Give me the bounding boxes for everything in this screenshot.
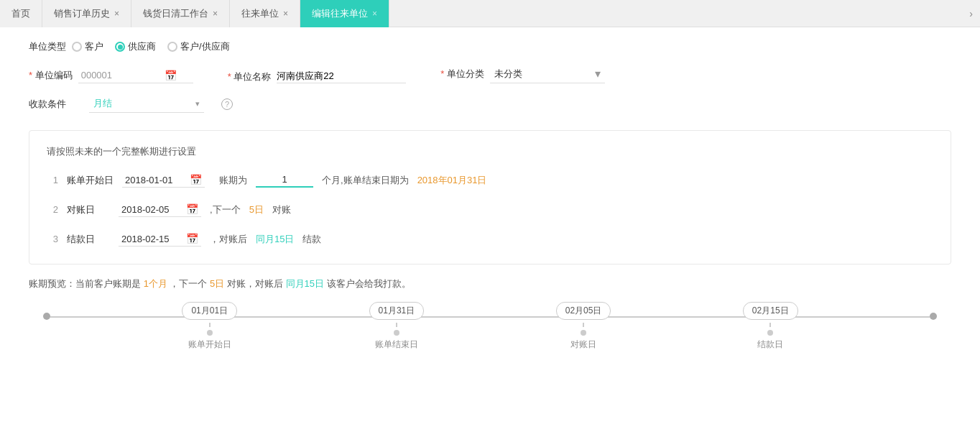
date-input-2: 📅 — [119, 202, 201, 217]
unit-type-row: 单位类型 客户 供应商 客户/供应商 — [29, 40, 951, 53]
payment-dropdown[interactable]: 月结 ▾ — [89, 95, 204, 113]
row3-desc-suffix: 结款 — [302, 233, 321, 246]
tl-desc-2: 账单结束日 — [375, 339, 418, 351]
radio-circle-supplier — [115, 42, 125, 52]
preview-row: 账期预览：当前客户账期是 1个月 ，下一个 5日 对账，对账后 同月15日 该客… — [29, 277, 951, 290]
chevron-down-icon: ▾ — [595, 67, 601, 80]
unit-code-input-wrap: 📅 — [78, 68, 193, 83]
radio-circle-both — [167, 42, 177, 52]
tl-desc-3: 对账日 — [570, 339, 596, 351]
unit-name-input-wrap — [277, 70, 406, 84]
tl-desc-4: 结款日 — [757, 339, 783, 351]
period-label: 账期为 — [219, 174, 247, 187]
radio-supplier-label: 供应商 — [128, 40, 156, 53]
tab-partner-label: 往来单位 — [241, 7, 279, 20]
payment-value: 月结 — [93, 97, 195, 110]
unit-code-input[interactable] — [78, 68, 165, 83]
settings-box: 请按照未来的一个完整帐期进行设置 1 账单开始日 📅 账期为 个月,账单结束日期… — [29, 130, 951, 264]
row2-highlight: 5日 — [249, 203, 264, 216]
unit-info-row: 单位编码 📅 单位名称 单位分类 未分类 ▾ — [29, 65, 951, 83]
settings-row-1: 1 账单开始日 📅 账期为 个月,账单结束日期为 2018年01月31日 — [47, 172, 933, 188]
row-num-3: 3 — [47, 234, 58, 244]
unit-category-field: 单位分类 未分类 ▾ — [440, 65, 605, 83]
tab-home-label: 首页 — [11, 7, 30, 20]
timeline-container: 01月01日 账单开始日 01月31日 账单结束日 — [29, 302, 951, 351]
settings-title: 请按照未来的一个完整帐期进行设置 — [47, 145, 933, 158]
settings-row-3: 3 结款日 📅 ，对账后 同月15日 结款 — [47, 231, 933, 247]
tab-edit-partner-label: 编辑往来单位 — [312, 7, 368, 20]
date-input-3: 📅 — [119, 231, 201, 247]
close-icon[interactable]: × — [372, 9, 377, 19]
payment-row: 收款条件 月结 ▾ ? — [29, 95, 951, 113]
tab-arrow-right[interactable]: › — [962, 8, 980, 19]
tab-partner[interactable]: 往来单位 × — [230, 0, 300, 27]
tab-edit-partner[interactable]: 编辑往来单位 × — [300, 0, 389, 27]
tl-label-2: 01月31日 — [369, 302, 425, 320]
close-icon[interactable]: × — [283, 9, 288, 19]
calendar-icon-1[interactable]: 📅 — [190, 174, 202, 185]
preview-middle2: 对账，对账后 — [227, 278, 283, 289]
timeline-point-4: 02月15日 结款日 — [743, 302, 798, 351]
radio-both-label: 客户/供应商 — [180, 40, 230, 53]
tab-home[interactable]: 首页 — [0, 0, 42, 27]
tab-sales-history[interactable]: 销售订单历史 × — [42, 0, 131, 27]
tab-cash-work-label: 钱货日清工作台 — [143, 7, 208, 20]
row-label-1: 账单开始日 — [67, 174, 114, 187]
date-field-1[interactable] — [125, 175, 190, 185]
calendar-icon-3[interactable]: 📅 — [186, 233, 198, 244]
settings-row-2: 2 对账日 📅 ,下一个 5日 对账 — [47, 202, 933, 217]
close-icon[interactable]: × — [213, 9, 218, 19]
row3-desc-prefix: ，对账后 — [210, 233, 247, 246]
tab-cash-work[interactable]: 钱货日清工作台 × — [131, 0, 230, 27]
tab-sales-history-label: 销售订单历史 — [54, 7, 110, 20]
radio-group: 客户 供应商 客户/供应商 — [72, 40, 230, 53]
row2-desc-prefix: ,下一个 — [210, 203, 241, 216]
date-field-2[interactable] — [121, 204, 186, 215]
page-content: 单位类型 客户 供应商 客户/供应商 单位编码 — [0, 27, 980, 437]
timeline-point-3: 02月05日 对账日 — [556, 302, 611, 351]
unit-code-field: 单位编码 📅 — [29, 68, 193, 83]
row-label-3: 结款日 — [67, 233, 110, 246]
unit-type-field: 单位类型 客户 供应商 客户/供应商 — [29, 40, 230, 53]
timeline-points: 01月01日 账单开始日 01月31日 账单结束日 — [43, 302, 937, 351]
chevron-right-icon: › — [969, 8, 973, 19]
row3-highlight: 同月15日 — [256, 233, 294, 246]
close-icon[interactable]: × — [114, 9, 119, 19]
timeline-point-1: 01月01日 账单开始日 — [182, 302, 237, 351]
tl-desc-1: 账单开始日 — [188, 339, 231, 351]
timeline-point-2: 01月31日 账单结束日 — [369, 302, 425, 351]
radio-customer[interactable]: 客户 — [72, 40, 103, 53]
row-label-2: 对账日 — [67, 203, 110, 216]
payment-label: 收款条件 — [29, 98, 72, 111]
row2-desc-suffix: 对账 — [272, 203, 291, 216]
period-unit: 个月,账单结束日期为 — [322, 174, 409, 187]
unit-category-value: 未分类 — [494, 68, 595, 80]
period-end-highlight: 2018年01月31日 — [417, 174, 487, 187]
period-input[interactable] — [256, 172, 313, 188]
unit-name-input[interactable] — [277, 70, 406, 81]
radio-circle-customer — [72, 42, 82, 52]
preview-part2: 5日 — [210, 278, 224, 289]
unit-category-dropdown[interactable]: 未分类 ▾ — [490, 65, 605, 83]
radio-supplier[interactable]: 供应商 — [115, 40, 156, 53]
tl-label-3: 02月05日 — [556, 302, 611, 320]
radio-customer-label: 客户 — [85, 40, 103, 53]
help-icon[interactable]: ? — [221, 98, 233, 110]
date-input-1: 📅 — [122, 172, 205, 188]
date-field-3[interactable] — [121, 234, 186, 244]
calendar-icon[interactable]: 📅 — [165, 70, 177, 81]
chevron-down-icon: ▾ — [195, 99, 200, 109]
radio-both[interactable]: 客户/供应商 — [167, 40, 230, 53]
preview-middle1: ，下一个 — [170, 278, 207, 289]
preview-prefix: 账期预览：当前客户账期是 — [29, 278, 141, 289]
tl-label-4: 02月15日 — [743, 302, 798, 320]
tl-label-1: 01月01日 — [182, 302, 237, 320]
tl-endpoint-left — [43, 302, 50, 320]
preview-part1: 1个月 — [144, 278, 167, 289]
unit-category-label: 单位分类 — [440, 68, 484, 80]
unit-name-field: 单位名称 — [228, 70, 407, 84]
row-num-2: 2 — [47, 204, 58, 215]
calendar-icon-2[interactable]: 📅 — [186, 203, 198, 215]
unit-type-label: 单位类型 — [29, 40, 66, 53]
unit-code-label: 单位编码 — [29, 69, 73, 82]
